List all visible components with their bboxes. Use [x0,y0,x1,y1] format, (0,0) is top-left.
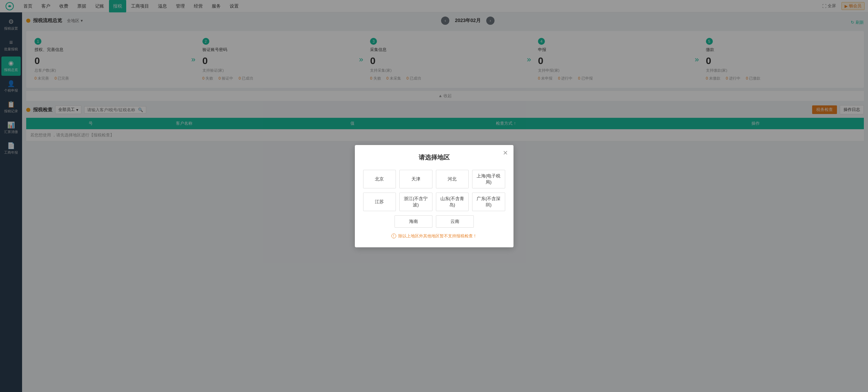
modal-overlay[interactable]: ✕ 请选择地区 北京天津河北上海(电子税局) 江苏浙江(不含宁波)山东(不含青岛… [0,0,868,392]
modal-warning: ! 除以上地区外其他地区暂不支持报税检查！ [363,233,505,239]
region-button-天津[interactable]: 天津 [399,170,432,188]
modal-close-button[interactable]: ✕ [503,149,508,157]
region-button-河北[interactable]: 河北 [436,170,469,188]
region-grid-row2: 江苏浙江(不含宁波)山东(不含青岛)广东(不含深圳) [363,193,505,211]
region-button-海南[interactable]: 海南 [395,215,432,228]
region-button-上海(电子税局)[interactable]: 上海(电子税局) [472,170,505,188]
region-button-云南[interactable]: 云南 [436,215,474,228]
region-row3: 海南云南 [363,215,505,228]
region-button-广东(不含深圳)[interactable]: 广东(不含深圳) [472,193,505,211]
warning-text: 除以上地区外其他地区暂不支持报税检查！ [398,233,477,239]
modal-title: 请选择地区 [363,153,505,162]
region-button-江苏[interactable]: 江苏 [363,193,396,211]
region-button-山东(不含青岛)[interactable]: 山东(不含青岛) [436,193,469,211]
warning-icon: ! [391,234,396,238]
region-button-浙江(不含宁波)[interactable]: 浙江(不含宁波) [399,193,432,211]
region-grid-row1: 北京天津河北上海(电子税局) [363,170,505,188]
region-button-北京[interactable]: 北京 [363,170,396,188]
region-select-modal: ✕ 请选择地区 北京天津河北上海(电子税局) 江苏浙江(不含宁波)山东(不含青岛… [355,145,513,247]
